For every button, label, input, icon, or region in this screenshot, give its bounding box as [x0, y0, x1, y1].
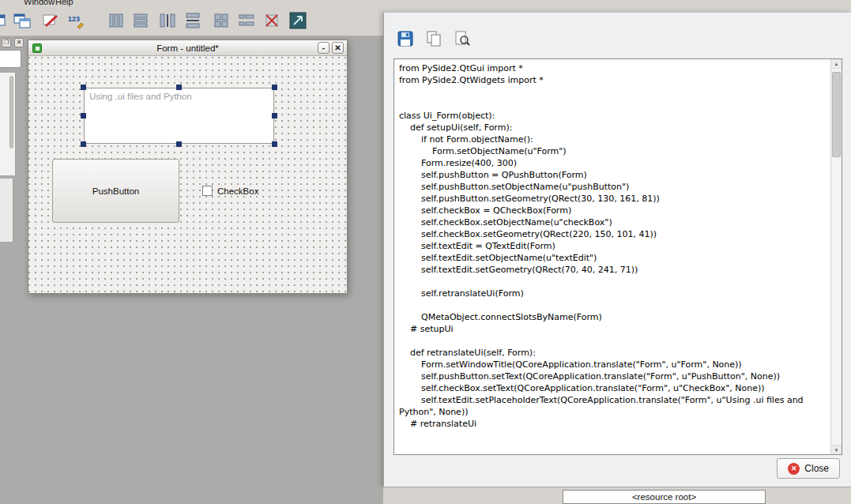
view-python-code-dialog: from PySide2.QtGui import * from PySide2…: [383, 12, 851, 487]
form-canvas[interactable]: Using .ui files and Python PushButton Ch…: [28, 56, 347, 293]
textedit-widget-selected[interactable]: Using .ui files and Python: [84, 88, 274, 144]
close-dialog-button[interactable]: ✕ Close: [777, 458, 840, 479]
menu-bar: Window Help: [0, 0, 851, 7]
selection-handle-top-middle[interactable]: [176, 85, 182, 90]
layout-grid-icon[interactable]: [212, 10, 231, 31]
checkbox-widget[interactable]: CheckBox: [202, 175, 282, 207]
form-editor-window: Form - untitled* - ✕ Using .ui files and…: [28, 39, 348, 294]
widgetbox-panel: [0, 73, 16, 175]
dock-titlebar-buttons: ❐ ✕: [2, 38, 24, 47]
selection-handle-middle-right[interactable]: [272, 113, 277, 118]
checkbox-box[interactable]: [202, 186, 213, 196]
selection-handle-bottom-middle[interactable]: [176, 141, 182, 147]
layout-horizontal-splitter-icon[interactable]: [158, 10, 177, 31]
code-dialog-toolbar: [395, 28, 473, 49]
close-red-icon: ✕: [788, 463, 800, 475]
minimize-button[interactable]: -: [318, 42, 329, 54]
copy-icon[interactable]: [424, 28, 444, 49]
layout-vertical-splitter-icon[interactable]: [183, 10, 202, 31]
selection-handle-bottom-left[interactable]: [81, 141, 86, 147]
save-icon[interactable]: [395, 28, 416, 49]
widgetbox-scrollbar[interactable]: [9, 76, 13, 149]
resource-root-label: <resource root>: [632, 492, 696, 502]
layout-horizontal-icon[interactable]: [107, 10, 126, 31]
preview-form-icon[interactable]: [288, 10, 307, 31]
break-layout-icon[interactable]: [262, 10, 281, 31]
code-view[interactable]: from PySide2.QtGui import * from PySide2…: [393, 58, 842, 455]
scrollbar-track[interactable]: [831, 69, 842, 445]
selection-handle-top-left[interactable]: [81, 85, 86, 90]
form-window-titlebar[interactable]: Form - untitled* - ✕: [28, 40, 347, 56]
scrollbar-thumb[interactable]: [832, 72, 841, 157]
menu-help[interactable]: Help: [55, 0, 73, 6]
form-window-title: Form - untitled*: [156, 43, 219, 53]
resource-browser-root[interactable]: <resource root>: [563, 490, 766, 504]
checkbox-label: CheckBox: [217, 186, 258, 196]
cascade-windows-icon[interactable]: [13, 10, 32, 31]
pushbutton-widget[interactable]: PushButton: [52, 159, 179, 223]
tab-order-icon[interactable]: 123: [66, 10, 85, 31]
close-button[interactable]: ✕: [332, 42, 344, 54]
svg-text:123: 123: [68, 15, 80, 23]
selection-handle-bottom-right[interactable]: [272, 141, 277, 147]
widgetbox-filter-input[interactable]: [0, 50, 21, 68]
qt-designer-workspace: Window Help 123: [0, 0, 851, 504]
widgetbox-panel-lower: [0, 179, 13, 242]
form-window-icon: [32, 43, 42, 53]
layout-form-icon[interactable]: [237, 10, 256, 31]
code-scrollbar[interactable]: ▲ ▼: [830, 59, 842, 454]
find-icon[interactable]: [452, 28, 473, 49]
edit-signals-icon[interactable]: [41, 10, 60, 31]
scroll-down-icon[interactable]: ▼: [831, 445, 842, 454]
python-code: from PySide2.QtGui import * from PySide2…: [394, 59, 830, 454]
selection-handle-middle-left[interactable]: [81, 113, 86, 118]
layout-vertical-icon[interactable]: [131, 10, 150, 31]
close-button-label: Close: [804, 463, 829, 474]
window-icon[interactable]: [0, 10, 8, 31]
textedit-placeholder[interactable]: Using .ui files and Python: [84, 88, 274, 144]
menu-window[interactable]: Window: [24, 0, 55, 6]
dock-float-icon[interactable]: ❐: [2, 38, 11, 47]
scroll-up-icon[interactable]: ▲: [831, 59, 842, 69]
selection-handle-top-right[interactable]: [272, 85, 277, 90]
pushbutton-label: PushButton: [92, 186, 139, 196]
dock-close-icon[interactable]: ✕: [14, 38, 24, 47]
